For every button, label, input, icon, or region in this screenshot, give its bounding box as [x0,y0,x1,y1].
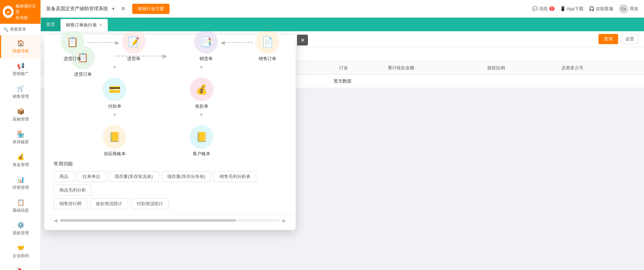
scroll-thumb[interactable] [60,219,236,222]
common-title: 常用功能 [54,161,286,167]
online-service-button[interactable]: 🎧 在线客服 [589,6,613,12]
node-customer-account-v2: 📒 客户账本 [190,125,213,157]
finance-icon: 💰 [17,153,24,161]
message-badge: 5 [549,6,555,11]
node-purchase-order-v2: 📋 进货订单 [60,31,84,62]
node-sale-bill-v2: 📑 销货单 [194,31,218,62]
inventory-icon: 🏪 [17,130,24,138]
scroll-left-button[interactable]: ◀ [54,218,57,223]
flow-layout: 📋 进货订单 ▶ 📝 进货单 [54,31,286,160]
arrow-down-4: ▼ [190,112,213,118]
func-btn-payment-stats[interactable]: 付款情况统计 [131,198,169,209]
sales-icon: 🛒 [17,85,24,92]
modal-overlay: ✕ 📋 进货订单 ▶ [41,31,644,270]
purchase-icon: 📦 [17,108,24,115]
tabbar: 首页 销售订单执行表 ✕ [41,18,644,31]
operations-icon: 📊 [17,176,24,183]
logo-text: 畅康通好生意 标准版 [16,3,38,20]
flow-arrows-row2: ▼ ▼ [54,112,286,122]
sidebar-item-guide[interactable]: 🔖 新手引导 [0,263,40,270]
func-btn-sales-profit[interactable]: 销售毛利分析表 [214,171,256,182]
node-payment-v2: 💳 付款单 [103,77,126,109]
service-icon: 🎧 [589,6,594,11]
app-download-button[interactable]: 📱 App下载 [560,6,584,12]
func-btn-stock-status[interactable]: 现存量(库存状况表) [109,171,159,182]
func-btn-sales-ranking[interactable]: 销售排行榜 [54,198,87,209]
modal-scrollbar: ◀ ▶ [44,215,296,223]
system-title: 装备及固定资产辅助管理系统 [46,6,108,12]
flow-top-row: 📋 进货订单 ▶ 📝 进货单 [54,31,286,65]
func-btn-receipt-stats[interactable]: 收款情况统计 [90,198,128,209]
search-icon: 🔍 [3,27,8,32]
sidebar-item-inventory[interactable]: 🏪 库存核算 [0,126,40,149]
func-btn-product-profit[interactable]: 商品毛利分析 [54,185,92,196]
func-btn-product[interactable]: 商品 [54,171,74,182]
flow-bottom-row: 📒 供应商账本 📒 客户账本 [54,122,286,160]
quick-nav-modal: ✕ 📋 进货订单 ▶ [44,35,296,230]
sidebar-search[interactable]: 🔍 搜索菜单 [0,24,40,35]
header: 装备及固定资产辅助管理系统 ▾ ⚙ 体验行业方案 💬 消息 5 📱 App下载 … [41,0,644,18]
node-sale-order-v2: 📄 销售订单 [256,31,279,62]
sidebar-item-basic-info[interactable]: 📋 基础信息 [0,195,40,217]
settings-icon[interactable]: ⚙ [119,4,128,14]
download-icon: 📱 [560,6,565,11]
sidebar-item-marketing[interactable]: 📢 营销推广 [0,58,40,81]
marketing-icon: 📢 [17,62,24,70]
sidebar-item-finance[interactable]: 💰 资金管理 [0,149,40,172]
sidebar-item-quick-nav[interactable]: 🏠 快捷导航 [0,35,40,58]
arrow-down-2: ▼ [190,65,213,70]
main-content: ❓ 帮助 🖨 按模板打印 ▾ 📤 导出 ▾ 🔄 刷新 查询 设置 [41,31,644,270]
logo: 畅康通好生意 标准版 [0,0,40,24]
message-icon: 💬 [532,6,538,11]
dropdown-arrow[interactable]: ▾ [112,6,115,11]
logo-icon [3,6,14,18]
sidebar-item-purchase[interactable]: 📦 采购管理 [0,104,40,126]
user-menu[interactable]: Ea 用友 [619,4,639,14]
chevron-down-icon: ▾ [112,6,115,11]
func-btn-partner[interactable]: 往来单位 [77,171,106,182]
tab-home[interactable]: 首页 [41,18,60,31]
header-right: 💬 消息 5 📱 App下载 🎧 在线客服 Ea 用友 [532,4,639,14]
modal-close-button[interactable]: ✕ [297,35,308,46]
sidebar-nav: 🏠 快捷导航 📢 营销推广 🛒 销售管理 📦 采购管理 🏪 库存核算 💰 资金管… [0,35,40,270]
tab-sales-order-exec[interactable]: 销售订单执行表 ✕ [60,19,108,31]
home-icon: 🏠 [17,39,24,47]
flow-mid-row: 💳 付款单 💰 收款单 [54,75,286,112]
sidebar-item-sales[interactable]: 🛒 销售管理 [0,81,40,104]
enterprise-icon: 🤝 [17,244,24,252]
purchase-order-label: 进货订单 [74,71,92,77]
func-buttons-row2: 销售排行榜 收款情况统计 付款情况统计 [54,198,286,209]
arrow-left-1: ◀ [218,39,256,46]
arrow-down-3: ▼ [103,112,126,118]
sidebar: 畅康通好生意 标准版 🔍 搜索菜单 🏠 快捷导航 📢 营销推广 🛒 销售管理 📦… [0,0,41,270]
system-icon: ⚙️ [17,221,24,229]
node-purchase-bill-v2: 📝 进货单 [122,31,146,62]
scroll-right-button[interactable]: ▶ [282,218,286,223]
tab-close-icon[interactable]: ✕ [99,23,102,28]
guide-icon: 🔖 [17,267,24,270]
basic-info-icon: 📋 [17,199,24,206]
avatar: Ea [619,4,628,14]
message-button[interactable]: 💬 消息 5 [532,6,555,12]
arrow-right-1: ▶ [84,39,122,46]
sidebar-item-operations[interactable]: 📊 经营管理 [0,172,40,195]
header-left: 装备及固定资产辅助管理系统 ▾ ⚙ 体验行业方案 [46,4,170,14]
node-supplier-account-v2: 📒 供应商账本 [103,125,126,157]
func-btn-stock-dist[interactable]: 现存量(库存分布表) [161,171,211,182]
sidebar-item-enterprise[interactable]: 🤝 企业协同 [0,240,40,263]
scroll-track[interactable] [60,219,280,222]
func-buttons: 商品 往来单位 现存量(库存状况表) 现存量(库存分布表) 销售毛利分析表 商品… [54,171,286,196]
svg-point-0 [5,8,12,15]
sidebar-item-system[interactable]: ⚙️ 系统管理 [0,217,40,240]
trial-button[interactable]: 体验行业方案 [132,4,170,14]
arrow-down-1: ▼ [103,65,126,70]
common-functions: 常用功能 商品 往来单位 现存量(库存状况表) 现存量(库存分布表) 销售毛利分… [54,161,286,209]
node-receipt-v2: 💰 收款单 [190,77,213,109]
